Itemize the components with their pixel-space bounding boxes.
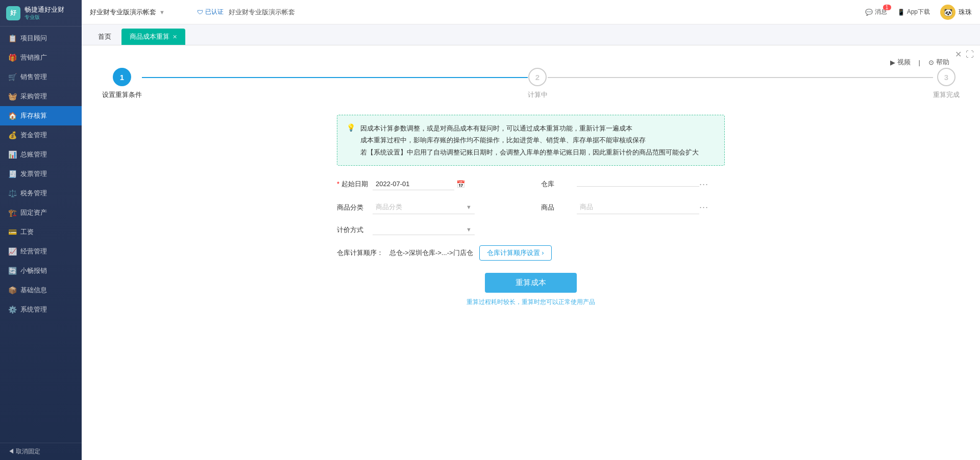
app-name: 畅捷通好业财 (24, 6, 64, 14)
tab-recalc-close[interactable]: ✕ (173, 34, 177, 40)
step-2: 2 计算中 (528, 68, 548, 99)
sidebar: 好 畅捷通好业财 专业版 📋 项目顾问 🎁 营销推广 🛒 销售管理 🧺 采购管理… (0, 0, 82, 460)
sidebar-item-payroll[interactable]: 💳 工资 (0, 222, 82, 242)
account-selector[interactable]: 好业财专业版演示帐套 ▼ (90, 8, 192, 17)
project-icon: 📋 (8, 34, 16, 42)
sidebar-item-label: 采购管理 (20, 92, 47, 101)
marketing-icon: 🎁 (8, 54, 16, 62)
main-area: 好业财专业版演示帐套 ▼ 🛡 已认证 好业财专业版演示帐套 💬 消息 1 📱 A… (82, 0, 980, 460)
inventory-icon: 🏠 (8, 112, 16, 120)
start-date-input[interactable] (373, 178, 454, 190)
product-input[interactable]: 商品 (577, 200, 699, 214)
maximize-button[interactable]: ⛶ (966, 50, 974, 59)
sidebar-item-label: 营销推广 (20, 53, 47, 62)
avatar: 🐼 (940, 5, 955, 20)
sidebar-item-marketing[interactable]: 🎁 营销推广 (0, 48, 82, 67)
ledger-icon: 📊 (8, 150, 16, 159)
invoice-icon: 🧾 (8, 170, 16, 178)
app-edition: 专业版 (24, 14, 64, 20)
product-label: 商品 (541, 203, 577, 212)
pricing-arrow-icon: ▼ (466, 226, 472, 233)
step-line-1 (142, 77, 528, 78)
sidebar-item-finance[interactable]: 💰 资金管理 (0, 125, 82, 145)
warehouse-more-icon[interactable]: ··· (699, 179, 708, 190)
step-3-circle: 3 (937, 68, 955, 86)
step-2-label: 计算中 (528, 90, 548, 99)
sidebar-item-label: 系统管理 (20, 305, 47, 314)
category-label: 商品分类 (337, 203, 373, 212)
recalculate-button[interactable]: 重算成本 (485, 273, 577, 293)
purchase-icon: 🧺 (8, 92, 16, 100)
calendar-icon[interactable]: 📅 (456, 180, 465, 188)
sidebar-item-label: 工资 (20, 227, 34, 237)
sidebar-item-label: 经营管理 (20, 247, 47, 256)
tab-recalc[interactable]: 商品成本重算 ✕ (121, 29, 185, 45)
sidebar-item-basic[interactable]: 📦 基础信息 (0, 280, 82, 300)
finance-icon: 💰 (8, 131, 16, 139)
sidebar-item-label: 税务管理 (20, 189, 47, 198)
sidebar-item-label: 小畅报销 (20, 266, 47, 275)
tax-icon: ⚖️ (8, 189, 16, 197)
tab-home[interactable]: 首页 (90, 29, 119, 45)
step-3: 3 重算完成 (933, 68, 960, 99)
sidebar-item-invoice[interactable]: 🧾 发票管理 (0, 164, 82, 184)
sidebar-item-assets[interactable]: 🏗️ 固定资产 (0, 203, 82, 222)
sidebar-item-tax[interactable]: ⚖️ 税务管理 (0, 184, 82, 203)
recalculate-hint: 重算过程耗时较长，重算时您可以正常使用产品 (102, 298, 960, 306)
username: 珠珠 (959, 8, 972, 17)
product-more-icon[interactable]: ··· (699, 202, 708, 213)
message-icon: 💬 (865, 9, 873, 16)
app-download-label: App下载 (907, 8, 930, 16)
notice-line3: 若【系统设置】中启用了自动调整记账日期时，会调整入库单的整单记账日期，因此重新计… (360, 146, 699, 158)
sidebar-item-expense[interactable]: 🔄 小畅报销 (0, 261, 82, 280)
sidebar-item-sales[interactable]: 🛒 销售管理 (0, 67, 82, 87)
app-download-button[interactable]: 📱 App下载 (897, 8, 930, 16)
content-inner: ▶ 视频 | ⊙ 帮助 1 设置重算条件 (82, 45, 980, 319)
basic-icon: 📦 (8, 286, 16, 294)
step-1-circle: 1 (113, 68, 131, 86)
operations-icon: 📈 (8, 247, 16, 255)
sidebar-item-label: 固定资产 (20, 208, 47, 217)
account-name: 好业财专业版演示帐套 (90, 8, 156, 17)
sidebar-item-inventory[interactable]: 🏠 库存核算 (0, 106, 82, 125)
pricing-select[interactable]: ▼ (373, 224, 475, 235)
notice-line1: 因成本计算参数调整，或是对商品成本有疑问时，可以通过成本重算功能，重新计算一遍成… (360, 122, 699, 134)
sidebar-item-ledger[interactable]: 📊 总账管理 (0, 145, 82, 164)
unpin-label: ◀ 取消固定 (8, 447, 40, 456)
warehouse-order-value: 总仓->深圳仓库->...->门店仓 (389, 248, 473, 258)
warehouse-order-label: 仓库计算顺序： (337, 248, 383, 258)
topbar: 好业财专业版演示帐套 ▼ 🛡 已认证 好业财专业版演示帐套 💬 消息 1 📱 A… (82, 0, 980, 24)
form-section: * 起始日期 📅 仓库 ··· (337, 178, 725, 235)
main-action-area: 重算成本 重算过程耗时较长，重算时您可以正常使用产品 (102, 273, 960, 306)
warehouse-input[interactable] (577, 182, 699, 187)
message-button[interactable]: 💬 消息 1 (865, 8, 887, 16)
content-area: ✕ ⛶ ▶ 视频 | ⊙ 帮助 1 (82, 45, 980, 460)
sidebar-item-project[interactable]: 📋 项目顾问 (0, 29, 82, 48)
sidebar-item-label: 发票管理 (20, 169, 47, 178)
topbar-right: 💬 消息 1 📱 App下载 🐼 珠珠 (865, 5, 972, 20)
notice-icon: 💡 (347, 123, 355, 158)
sidebar-item-system[interactable]: ⚙️ 系统管理 (0, 300, 82, 319)
sidebar-item-label: 基础信息 (20, 286, 47, 295)
pricing-field: 计价方式 ▼ (337, 224, 521, 235)
user-menu[interactable]: 🐼 珠珠 (940, 5, 972, 20)
warehouse-order-settings-button[interactable]: 仓库计算顺序设置 › (479, 245, 552, 261)
sidebar-item-purchase[interactable]: 🧺 采购管理 (0, 87, 82, 106)
tabs-bar: 首页 商品成本重算 ✕ (82, 24, 980, 45)
sidebar-item-label: 资金管理 (20, 131, 47, 140)
sidebar-item-label: 项目顾问 (20, 34, 47, 43)
steps-wizard: 1 设置重算条件 2 计算中 3 重算完成 (102, 58, 960, 115)
step-3-label: 重算完成 (933, 90, 960, 99)
start-date-label: * 起始日期 (337, 180, 373, 189)
verified-label: 已认证 (205, 8, 224, 16)
sidebar-pin-toggle[interactable]: ◀ 取消固定 (0, 443, 82, 460)
form-row-1: * 起始日期 📅 仓库 ··· (337, 178, 725, 190)
sidebar-item-operations[interactable]: 📈 经营管理 (0, 242, 82, 261)
form-row-3: 计价方式 ▼ (337, 224, 725, 235)
recalculate-label: 重算成本 (516, 278, 546, 287)
step-1-label: 设置重算条件 (102, 90, 142, 99)
required-mark: * (337, 180, 341, 188)
assets-icon: 🏗️ (8, 209, 16, 217)
sales-icon: 🛒 (8, 73, 16, 81)
category-select[interactable]: 商品分类 ▼ (373, 200, 475, 214)
